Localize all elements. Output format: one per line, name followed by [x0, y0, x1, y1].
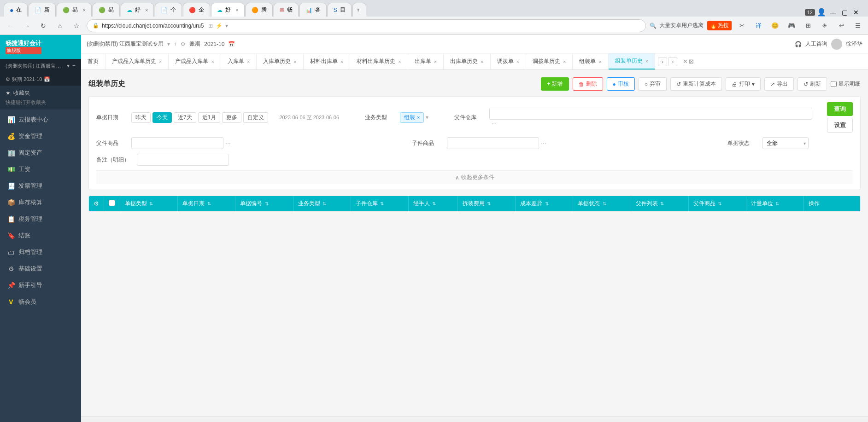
close-icon[interactable]: ×	[645, 58, 648, 64]
parent-goods-more-icon[interactable]: ···	[223, 139, 233, 147]
browser-tab-11[interactable]: 📊 各	[299, 3, 327, 17]
reload-button[interactable]: ↻	[37, 19, 50, 32]
dropdown-icon[interactable]: ▾	[225, 23, 228, 29]
th-cost-diff[interactable]: 成本差异 ⇅	[516, 196, 573, 211]
horizontal-scrollbar[interactable]	[81, 416, 868, 422]
app-tab-transfer-history[interactable]: 调拨单历史 ×	[526, 54, 573, 69]
sidebar-item-guide[interactable]: 📌 新手引导	[0, 277, 81, 294]
sidebar-item-settings[interactable]: ⚙ 基础设置	[0, 260, 81, 277]
close-icon[interactable]: ×	[235, 7, 238, 13]
hot-search-btn[interactable]: 🔥 热搜	[707, 21, 732, 30]
th-parent-list[interactable]: 父件列表 ⇅	[631, 196, 688, 211]
app-tab-inbound[interactable]: 入库单 ×	[221, 54, 257, 69]
collapse-filter-btn[interactable]: ∧ 收起更多条件	[96, 170, 853, 184]
close-icon[interactable]: ×	[481, 59, 483, 64]
close-icon[interactable]: ×	[145, 7, 148, 13]
sidebar-item-tax[interactable]: 📋 税务管理	[0, 211, 81, 227]
parent-warehouse-input[interactable]	[489, 108, 812, 120]
close-window-icon[interactable]: ✕	[851, 9, 861, 16]
app-tab-outbound-history[interactable]: 出库单历史 ×	[444, 54, 490, 69]
browser-tab-2[interactable]: 📄 新	[29, 3, 56, 17]
th-checkbox[interactable]	[104, 196, 120, 211]
th-unit[interactable]: 计量单位 ⇅	[746, 196, 803, 211]
url-bar[interactable]: 🔒 https://cloud.chanjet.com/accounting/u…	[87, 19, 646, 32]
th-bill-date[interactable]: 单据日期 ⇅	[178, 196, 235, 211]
maximize-icon[interactable]: ▢	[840, 9, 850, 16]
yesterday-btn[interactable]: 昨天	[131, 112, 151, 123]
status-select[interactable]: 全部 草稿 已审核	[762, 137, 809, 149]
search-button[interactable]: 查询	[827, 102, 853, 116]
app-tab-finished-history[interactable]: 产成品入库单历史 ×	[106, 54, 169, 69]
browser-tab-6[interactable]: 📄 个	[155, 3, 182, 17]
print-button[interactable]: 🖨 打印 ▾	[726, 77, 761, 91]
browser-tab-1[interactable]: ● 在	[4, 3, 28, 17]
select-all-checkbox[interactable]	[109, 200, 115, 206]
delete-button[interactable]: 🗑 删除	[573, 77, 603, 91]
translate-icon-btn[interactable]: 译	[752, 19, 765, 32]
export-button[interactable]: ↗ 导出	[764, 77, 794, 91]
consult-text[interactable]: 人工咨询	[805, 40, 827, 48]
tab-prev-arrow[interactable]: ‹	[658, 57, 667, 66]
new-tab-button[interactable]: +	[352, 3, 366, 17]
th-parent-goods[interactable]: 父件商品 ⇅	[688, 196, 746, 211]
app-tab-transfer[interactable]: 调拨单 ×	[491, 54, 526, 69]
child-goods-more-icon[interactable]: ···	[539, 139, 548, 147]
abandon-button[interactable]: ○ 弃审	[639, 77, 667, 91]
browser-tab-5[interactable]: ☁ 好 ×	[121, 3, 154, 17]
browser-tab-7[interactable]: 🔴 企	[183, 3, 210, 17]
th-biz-type[interactable]: 业务类型 ⇅	[293, 196, 351, 211]
close-icon[interactable]: ×	[598, 59, 601, 64]
sidebar-item-invoice[interactable]: 🧾 发票管理	[0, 178, 81, 194]
new-button[interactable]: + 新增	[541, 77, 569, 91]
close-current-tab-icon[interactable]: ✕	[683, 58, 688, 65]
more-date-btn[interactable]: 更多	[222, 112, 241, 123]
close-icon[interactable]: ×	[563, 59, 566, 64]
th-disassembly-fee[interactable]: 拆装费用 ⇅	[457, 196, 515, 211]
bookmark-button[interactable]: ☆	[70, 19, 83, 32]
close-other-tabs-icon[interactable]: ⊠	[689, 58, 694, 65]
app-tab-assembly-history[interactable]: 组装单历史 ×	[609, 53, 655, 69]
emoji-icon-btn[interactable]: 😊	[768, 19, 781, 32]
undo-icon-btn[interactable]: ↩	[835, 19, 848, 32]
topbar-calendar-icon[interactable]: 📅	[228, 41, 235, 47]
plus-icon[interactable]: +	[72, 63, 76, 69]
app-tab-finished[interactable]: 产成品入库单 ×	[169, 54, 221, 69]
th-bill-type[interactable]: 单据类型 ⇅	[120, 196, 178, 211]
browser-tab-8[interactable]: ☁ 好 ×	[211, 3, 244, 17]
app-tab-material-out-history[interactable]: 材料出库单历史 ×	[350, 54, 408, 69]
game-icon-btn[interactable]: 🎮	[785, 19, 798, 32]
th-settings[interactable]: ⚙	[89, 196, 104, 211]
sidebar-item-payroll[interactable]: 💵 工资	[0, 161, 81, 178]
app-tab-inbound-history[interactable]: 入库单历史 ×	[257, 54, 303, 69]
parent-goods-input[interactable]	[131, 137, 223, 149]
close-icon[interactable]: ×	[340, 59, 343, 64]
browser-tab-12[interactable]: S 目	[328, 3, 352, 17]
sidebar-item-assets[interactable]: 🏢 固定资产	[0, 145, 81, 161]
app-tab-material-out[interactable]: 材料出库单 ×	[304, 54, 350, 69]
topbar-add-icon[interactable]: +	[174, 41, 177, 47]
close-icon[interactable]: ×	[434, 59, 437, 64]
column-settings-icon[interactable]: ⚙	[94, 200, 99, 207]
th-bill-no[interactable]: 单据编号 ⇅	[235, 196, 293, 211]
biz-type-dropdown-icon[interactable]: ▾	[426, 114, 428, 121]
browser-tab-9[interactable]: 🟠 腾	[246, 3, 273, 17]
home-button[interactable]: ⌂	[53, 19, 66, 32]
back-button[interactable]: ←	[4, 19, 17, 32]
refresh-button[interactable]: ↺ 刷新	[798, 77, 827, 91]
child-goods-input[interactable]	[447, 137, 539, 149]
topbar-account-dropdown[interactable]: ▾	[167, 41, 170, 47]
last7days-btn[interactable]: 近7天	[174, 112, 196, 123]
app-tab-outbound[interactable]: 出库单 ×	[408, 54, 444, 69]
tab-next-arrow[interactable]: ›	[668, 57, 677, 66]
close-icon[interactable]: ×	[293, 59, 296, 64]
browser-tab-10[interactable]: ✉ 畅	[274, 3, 299, 17]
sidebar-item-reports[interactable]: 📊 云报表中心	[0, 111, 81, 128]
sidebar-item-funds[interactable]: 💰 资金管理	[0, 128, 81, 145]
sidebar-item-member[interactable]: V 畅会员	[0, 294, 81, 310]
app-tab-home[interactable]: 首页	[81, 54, 106, 69]
close-icon[interactable]: ×	[211, 59, 214, 64]
period-selector[interactable]: ⚙ 账期 2021-10 📅	[0, 73, 81, 86]
sidebar-item-settlement[interactable]: 🔖 结账	[0, 227, 81, 244]
sun-icon-btn[interactable]: ☀	[818, 19, 831, 32]
th-bill-status[interactable]: 单据状态 ⇅	[573, 196, 631, 211]
